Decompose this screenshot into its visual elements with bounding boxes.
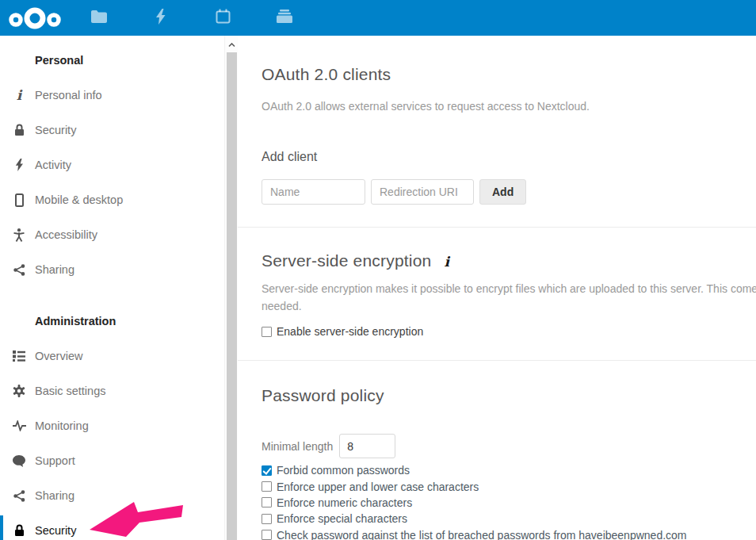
sidebar-section-administration: Administration — [0, 304, 238, 339]
chat-bubble-icon — [12, 454, 26, 468]
add-client-heading: Add client — [262, 150, 756, 164]
sidebar-item-label: Security — [35, 524, 76, 537]
enforce-special-checkbox[interactable] — [262, 514, 272, 524]
scrollbar-up-button[interactable] — [226, 37, 238, 50]
list-icon — [12, 349, 26, 363]
sidebar-item-personal-info[interactable]: i Personal info — [0, 78, 238, 113]
nextcloud-logo[interactable] — [8, 2, 63, 34]
enable-encryption-label: Enable server-side encryption — [277, 325, 423, 338]
phone-icon — [12, 193, 26, 207]
sidebar-scrollbar[interactable] — [224, 36, 238, 540]
checkbox-label: Enforce numeric characters — [277, 496, 412, 509]
settings-sidebar: Personal i Personal info Security Activi… — [0, 36, 238, 540]
encryption-section: Server-side encryption i Server-side enc… — [238, 228, 756, 361]
enforce-special-row[interactable]: Enforce special characters — [262, 511, 756, 527]
info-icon[interactable]: i — [445, 255, 449, 269]
oauth-hint: OAuth 2.0 allows external services to re… — [262, 98, 756, 115]
enforce-case-row[interactable]: Enforce upper and lower case characters — [262, 478, 756, 494]
sidebar-item-basic-settings[interactable]: Basic settings — [0, 373, 238, 408]
gear-icon — [12, 384, 26, 398]
sidebar-item-label: Mobile & desktop — [35, 193, 123, 206]
sidebar-item-mobile-desktop[interactable]: Mobile & desktop — [0, 182, 238, 217]
accessibility-icon — [12, 228, 26, 242]
sidebar-item-label: Sharing — [35, 263, 74, 276]
checkbox-label: Enforce upper and lower case characters — [277, 481, 479, 493]
add-client-form: Add — [262, 179, 756, 205]
chevron-up-icon — [228, 36, 235, 51]
sidebar-item-label: Activity — [35, 159, 71, 171]
forbid-common-passwords-checkbox[interactable] — [262, 465, 272, 476]
sidebar-item-label: Security — [35, 124, 76, 136]
encryption-hint-line2: needed. — [262, 298, 756, 316]
sidebar-item-label: Accessibility — [35, 228, 97, 241]
checkbox-label: Check password against the list of breac… — [277, 529, 687, 540]
sidebar-item-label: Personal info — [35, 89, 102, 101]
lightning-icon — [155, 9, 166, 28]
sidebar-item-label: Support — [35, 454, 75, 467]
lightning-icon — [12, 158, 26, 172]
sidebar-item-accessibility[interactable]: Accessibility — [0, 217, 238, 252]
sidebar-item-label: Monitoring — [35, 419, 89, 432]
pulse-icon — [12, 419, 26, 433]
client-name-input[interactable] — [262, 179, 365, 205]
sidebar-item-security-admin[interactable]: Security — [0, 513, 238, 540]
sidebar-item-overview[interactable]: Overview — [0, 339, 238, 373]
sidebar-section-personal: Personal — [0, 43, 238, 78]
encryption-hint-line1: Server-side encryption makes it possible… — [262, 281, 756, 298]
minimal-length-label: Minimal length — [262, 440, 333, 453]
add-client-button[interactable]: Add — [479, 179, 526, 205]
sidebar-item-sharing-admin[interactable]: Sharing — [0, 478, 238, 513]
enable-encryption-checkbox-row[interactable]: Enable server-side encryption — [262, 324, 756, 339]
nextcloud-settings-window: Personal i Personal info Security Activi… — [0, 0, 756, 540]
share-icon — [12, 488, 26, 503]
deck-app-button[interactable] — [265, 0, 304, 36]
sidebar-item-support[interactable]: Support — [0, 443, 238, 478]
sidebar-item-label: Overview — [35, 350, 82, 362]
top-header-bar — [0, 0, 756, 36]
sidebar-item-label: Sharing — [35, 489, 74, 502]
redirection-uri-input[interactable] — [371, 179, 474, 205]
lock-icon — [12, 523, 26, 538]
share-icon — [12, 262, 26, 277]
oauth-title: OAuth 2.0 clients — [262, 65, 756, 84]
checkbox-label: Forbid common passwords — [277, 464, 410, 477]
enforce-numeric-row[interactable]: Enforce numeric characters — [262, 495, 756, 511]
enforce-numeric-checkbox[interactable] — [262, 497, 272, 507]
sidebar-item-monitoring[interactable]: Monitoring — [0, 408, 238, 443]
activity-app-button[interactable] — [141, 0, 181, 36]
minimal-length-input[interactable] — [339, 434, 395, 458]
lock-icon — [12, 123, 26, 137]
minimal-length-row: Minimal length — [262, 434, 756, 458]
sidebar-item-security-personal[interactable]: Security — [0, 113, 238, 147]
password-policy-title: Password policy — [262, 386, 756, 405]
checkbox-label: Enforce special characters — [277, 512, 407, 525]
info-icon: i — [12, 88, 26, 102]
forbid-common-passwords-row[interactable]: Forbid common passwords — [262, 462, 756, 478]
sidebar-item-activity[interactable]: Activity — [0, 147, 238, 182]
oauth-section: OAuth 2.0 clients OAuth 2.0 allows exter… — [238, 36, 756, 228]
enforce-case-checkbox[interactable] — [262, 481, 272, 492]
password-policy-section: Password policy Minimal length Forbid co… — [238, 361, 756, 540]
stack-icon — [277, 10, 292, 26]
settings-content: OAuth 2.0 clients OAuth 2.0 allows exter… — [238, 36, 756, 540]
enable-encryption-checkbox[interactable] — [262, 327, 272, 337]
calendar-icon — [216, 9, 231, 27]
scrollbar-thumb[interactable] — [227, 52, 237, 540]
app-icon-row — [79, 0, 304, 36]
check-breached-row[interactable]: Check password against the list of breac… — [262, 527, 756, 540]
folder-icon — [91, 10, 107, 26]
files-app-button[interactable] — [79, 0, 119, 36]
encryption-title: Server-side encryption — [262, 251, 432, 270]
sidebar-item-label: Basic settings — [35, 385, 105, 397]
calendar-app-button[interactable] — [203, 0, 242, 36]
sidebar-item-sharing-personal[interactable]: Sharing — [0, 252, 238, 287]
check-breached-checkbox[interactable] — [262, 530, 272, 540]
